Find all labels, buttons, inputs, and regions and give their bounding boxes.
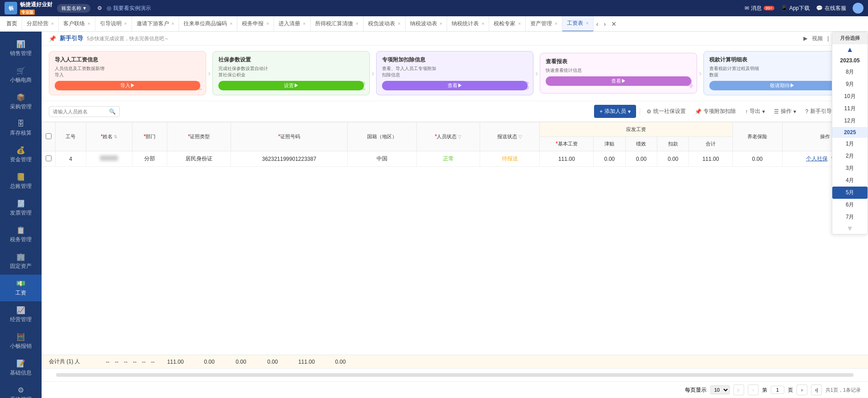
search-input[interactable] — [53, 109, 107, 114]
month-2[interactable]: 2月 — [832, 150, 868, 162]
prev-page-btn[interactable]: ‹ — [748, 384, 759, 395]
sidebar-item-operations[interactable]: 📈 经营管理 — [0, 301, 42, 328]
tab-customer[interactable]: 客户联络 × — [59, 16, 95, 32]
step-2-btn[interactable]: 设置▶ — [218, 81, 364, 90]
search-icon[interactable]: 🔍 — [109, 108, 116, 115]
step-1-btn[interactable]: 导入▶ — [55, 81, 200, 90]
tab-asset-mgmt[interactable]: 资产管理 × — [526, 16, 562, 32]
tab-close-all-btn[interactable]: ✕ — [609, 20, 619, 28]
month-5[interactable]: 5月 — [832, 187, 868, 199]
close-icon[interactable]: × — [356, 21, 359, 26]
sidebar-item-basic[interactable]: 📝 基础信息 — [0, 355, 42, 381]
add-person-btn[interactable]: + 添加人员 ▾ — [594, 105, 636, 118]
user-avatar[interactable] — [853, 3, 863, 14]
export-btn[interactable]: ↑ 导出 ▾ — [742, 106, 768, 117]
close-icon[interactable]: × — [398, 21, 401, 26]
month-4[interactable]: 4月 — [832, 174, 868, 187]
month-9[interactable]: 9月 — [832, 78, 868, 90]
tab-salary[interactable]: 工资表 × — [562, 16, 594, 32]
sidebar-item-promo[interactable]: 🧮 小畅报销 — [0, 328, 42, 355]
month-3[interactable]: 3月 — [832, 162, 868, 174]
last-page-btn[interactable]: ›| — [811, 384, 822, 395]
new-guide-btn[interactable]: ? 新手引导 — [802, 106, 835, 117]
sidebar-item-finance[interactable]: 💰 资金管理 — [0, 141, 42, 168]
tab-guide[interactable]: 引导说明 × — [95, 16, 132, 32]
tab-home[interactable]: 首页 — [2, 16, 22, 32]
personal-insurance-link[interactable]: 个人社保 — [806, 155, 828, 162]
sidebar-item-purchase[interactable]: 📦 采购管理 — [0, 89, 42, 115]
sidebar-item-general[interactable]: 📒 总账管理 — [0, 168, 42, 195]
month-11[interactable]: 11月 — [832, 103, 868, 115]
settings-icon[interactable]: ⚙ — [94, 3, 105, 14]
messages-btn[interactable]: ✉ 消息 99+ — [745, 5, 774, 12]
next-page-btn[interactable]: › — [797, 384, 807, 395]
tab-tax-count[interactable]: 纳税统计表 × — [447, 16, 489, 32]
close-icon[interactable]: × — [172, 21, 175, 26]
step-3-btn[interactable]: 查看▶ — [382, 81, 528, 90]
month-8[interactable]: 8月 — [832, 66, 868, 78]
status-filter-icon[interactable]: ▽ — [458, 134, 462, 139]
tab-partition[interactable]: 分层经营 × — [22, 16, 59, 32]
name-sort-icon[interactable]: ⇅ — [114, 135, 118, 139]
close-icon[interactable]: × — [586, 21, 589, 26]
tax-icon: 📋 — [16, 226, 25, 234]
demo-link[interactable]: ◎ 我要看实例演示 — [107, 5, 151, 12]
close-icon[interactable]: × — [303, 21, 306, 26]
tab-invite[interactable]: 邀请下游客户 × — [132, 16, 179, 32]
month-6[interactable]: 6月 — [832, 199, 868, 211]
month-7[interactable]: 7月 — [832, 211, 868, 223]
sidebar-item-inventory[interactable]: 🗄 库存核算 — [0, 115, 42, 141]
tab-next-btn[interactable]: › — [601, 20, 609, 28]
close-icon[interactable]: × — [124, 21, 127, 26]
tab-tax-waive[interactable]: 税负波动表 × — [363, 16, 406, 32]
page-input[interactable] — [771, 386, 784, 394]
sidebar-item-ecom[interactable]: 🛒 小畅电商 — [0, 62, 42, 89]
operations-icon: 📈 — [16, 306, 25, 314]
special-deduct-btn[interactable]: 📌 专项附加扣除 — [692, 106, 739, 117]
close-icon[interactable]: × — [266, 21, 269, 26]
step-4-btn[interactable]: 查看▶ — [546, 76, 691, 86]
month-up-icon[interactable]: ▲ — [846, 46, 854, 54]
month-2025-label: 2025 — [832, 127, 868, 138]
sidebar-item-fixed-assets[interactable]: 🏢 固定资产 — [0, 248, 42, 275]
tab-tax-report[interactable]: 税务申报 × — [237, 16, 274, 32]
tab-prev-btn[interactable]: ‹ — [594, 20, 601, 28]
row-checkbox[interactable] — [46, 155, 52, 161]
sidebar-item-tax[interactable]: 📋 税务管理 — [0, 221, 42, 248]
guide-video-label[interactable]: 视频 — [812, 35, 823, 42]
promo-icon: 🧮 — [16, 332, 25, 341]
per-page-select[interactable]: 10 20 50 — [710, 385, 730, 394]
sidebar-item-salary[interactable]: 💵 工资 — [0, 275, 42, 301]
first-page-btn[interactable]: |‹ — [733, 384, 744, 395]
sidebar-item-system[interactable]: ⚙ 系统管理 — [0, 381, 42, 398]
close-icon[interactable]: × — [88, 21, 90, 26]
month-1[interactable]: 1月 — [832, 138, 868, 150]
cell-send-status: 待报送 — [480, 151, 540, 167]
close-icon[interactable]: × — [51, 21, 54, 26]
tab-clearbook[interactable]: 进入清册 × — [274, 16, 311, 32]
tab-tax-stat[interactable]: 纳税波动表 × — [406, 16, 448, 32]
tab-tax-expert[interactable]: 税检专家 × — [489, 16, 526, 32]
app-download-btn[interactable]: 📱 App下载 — [781, 5, 810, 12]
message-badge: 99+ — [764, 6, 774, 10]
account-selector[interactable]: 账套名称 ▾ — [57, 4, 90, 13]
send-filter-icon[interactable]: ▽ — [519, 134, 522, 139]
tab-tax-calc[interactable]: 所得税汇算清缴 × — [311, 16, 363, 32]
close-icon[interactable]: × — [555, 21, 557, 26]
sidebar-item-invoice[interactable]: 🧾 发票管理 — [0, 195, 42, 221]
operate-btn[interactable]: ☰ 操作 ▾ — [771, 106, 799, 117]
month-down-icon[interactable]: ▼ — [846, 225, 854, 233]
online-service-btn[interactable]: 💬 在线客服 — [816, 5, 846, 12]
sidebar-item-sales[interactable]: 📊 销售管理 — [0, 35, 42, 62]
close-icon[interactable]: × — [518, 21, 521, 26]
horizontal-scrollbar[interactable] — [56, 373, 854, 377]
close-icon[interactable]: × — [230, 21, 232, 26]
select-all-checkbox[interactable] — [46, 133, 52, 139]
unified-settings-btn[interactable]: ⚙ 统一社保设置 — [644, 106, 689, 117]
month-12[interactable]: 12月 — [832, 115, 868, 127]
tab-goods-code[interactable]: 往来单位商品编码 × — [179, 16, 237, 32]
close-icon[interactable]: × — [440, 21, 443, 26]
th-deduct: 扣款 — [657, 137, 689, 151]
month-10[interactable]: 10月 — [832, 90, 868, 103]
close-icon[interactable]: × — [481, 21, 484, 26]
